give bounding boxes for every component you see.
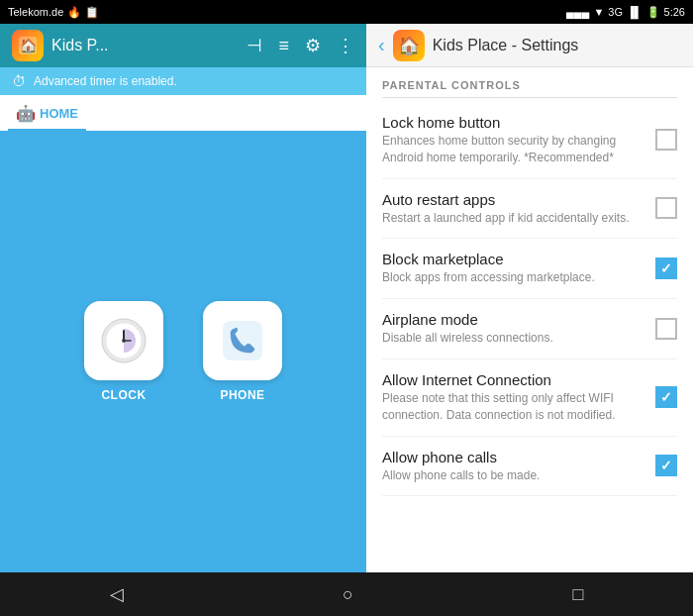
main-content: 🏠 Kids P... ⊣ ≡ ⚙ ⋮ ⏱ Advanced timer is … [0,24,693,572]
setting-title-lock-home: Lock home button [382,114,647,131]
clock-app-label: CLOCK [101,388,146,402]
time-label: 5:26 [664,6,685,18]
settings-house-icon: 🏠 [398,35,420,56]
setting-title-phone-calls: Allow phone calls [382,449,647,465]
home-tab-bar: 🤖 HOME [0,95,366,131]
setting-text-internet: Allow Internet Connection Please note th… [382,371,647,424]
setting-title-internet: Allow Internet Connection [382,371,647,388]
svg-rect-7 [223,321,262,360]
left-app-title: Kids P... [51,37,247,54]
back-nav-button[interactable]: ◁ [86,575,148,613]
setting-desc-airplane-mode: Disable all wireless connections. [382,330,647,347]
back-button[interactable]: ‹ [378,34,385,56]
setting-desc-internet: Please note that this setting only affec… [382,390,647,424]
network-type: 3G [608,6,623,18]
phone-app-icon-box [203,301,282,380]
home-tab[interactable]: 🤖 HOME [8,98,86,131]
timer-icon: ⏱ [12,73,26,89]
checkbox-phone-calls[interactable] [655,455,677,476]
fire-icon: 🔥 [67,6,81,19]
nav-bar: ◁ ○ □ [0,572,693,616]
recent-nav-button[interactable]: □ [548,576,607,613]
left-top-bar: 🏠 Kids P... ⊣ ≡ ⚙ ⋮ [0,24,366,67]
wifi-icon: ▼ [593,6,604,18]
login-icon[interactable]: ⊣ [247,35,262,56]
left-toolbar-icons: ⊣ ≡ ⚙ ⋮ [247,35,354,56]
home-tab-label: HOME [40,106,78,121]
setting-item-lock-home: Lock home button Enhances home button se… [382,102,677,179]
checkbox-lock-home[interactable] [655,129,677,151]
alert-bar: ⏱ Advanced timer is enabled. [0,67,366,95]
app-grid: CLOCK PHONE [0,131,366,572]
phone-app-item[interactable]: PHONE [203,301,282,402]
setting-item-phone-calls: Allow phone calls Allow phone calls to b… [382,437,677,497]
svg-text:🏠: 🏠 [20,38,38,54]
section-header-parental: PARENTAL CONTROLS [382,67,677,98]
setting-desc-lock-home: Enhances home button security by changin… [382,133,647,166]
settings-icon[interactable]: ⚙ [305,35,321,56]
checkbox-auto-restart[interactable] [655,197,677,219]
home-nav-button[interactable]: ○ [319,576,377,613]
setting-desc-auto-restart: Restart a launched app if kid accidental… [382,210,647,227]
left-panel: 🏠 Kids P... ⊣ ≡ ⚙ ⋮ ⏱ Advanced timer is … [0,24,366,572]
clock-app-item[interactable]: CLOCK [84,301,163,402]
setting-title-block-marketplace: Block marketplace [382,251,647,267]
setting-item-auto-restart: Auto restart apps Restart a launched app… [382,179,677,240]
setting-text-block-marketplace: Block marketplace Block apps from access… [382,251,647,286]
checkbox-block-marketplace[interactable] [655,257,677,279]
settings-app-icon: 🏠 [393,30,425,61]
setting-item-block-marketplace: Block marketplace Block apps from access… [382,239,677,299]
setting-item-airplane-mode: Airplane mode Disable all wireless conne… [382,299,677,359]
setting-text-auto-restart: Auto restart apps Restart a launched app… [382,191,647,227]
settings-title: Kids Place - Settings [433,37,579,54]
status-bar-right: ▄▄▄ ▼ 3G ▐▌ 🔋 5:26 [566,6,685,19]
setting-desc-phone-calls: Allow phone calls to be made. [382,467,647,484]
list-icon[interactable]: ≡ [278,36,289,56]
right-top-bar: ‹ 🏠 Kids Place - Settings [366,24,693,67]
phone-app-label: PHONE [220,388,264,402]
setting-text-lock-home: Lock home button Enhances home button se… [382,114,647,166]
kids-place-app-icon: 🏠 [12,30,44,61]
sim-icon: 📋 [85,6,99,19]
more-icon[interactable]: ⋮ [337,35,354,56]
settings-content: PARENTAL CONTROLS Lock home button Enhan… [366,67,693,572]
setting-text-phone-calls: Allow phone calls Allow phone calls to b… [382,449,647,484]
checkbox-airplane-mode[interactable] [655,318,677,340]
carrier-label: Telekom.de [8,6,63,18]
setting-title-auto-restart: Auto restart apps [382,191,647,208]
battery-icon: 🔋 [646,6,660,19]
setting-item-internet: Allow Internet Connection Please note th… [382,359,677,437]
android-icon: 🤖 [16,104,36,123]
status-bar-left: Telekom.de 🔥 📋 [8,6,99,19]
setting-text-airplane-mode: Airplane mode Disable all wireless conne… [382,311,647,347]
status-bar: Telekom.de 🔥 📋 ▄▄▄ ▼ 3G ▐▌ 🔋 5:26 [0,0,693,24]
setting-title-airplane-mode: Airplane mode [382,311,647,328]
clock-app-icon-box [84,301,163,380]
signal-bars-icon: ▄▄▄ [566,6,589,18]
checkbox-internet[interactable] [655,386,677,408]
signal-strength: ▐▌ [627,6,643,18]
setting-desc-block-marketplace: Block apps from accessing marketplace. [382,269,647,286]
alert-text: Advanced timer is enabled. [34,74,177,88]
right-panel: ‹ 🏠 Kids Place - Settings PARENTAL CONTR… [366,24,693,572]
